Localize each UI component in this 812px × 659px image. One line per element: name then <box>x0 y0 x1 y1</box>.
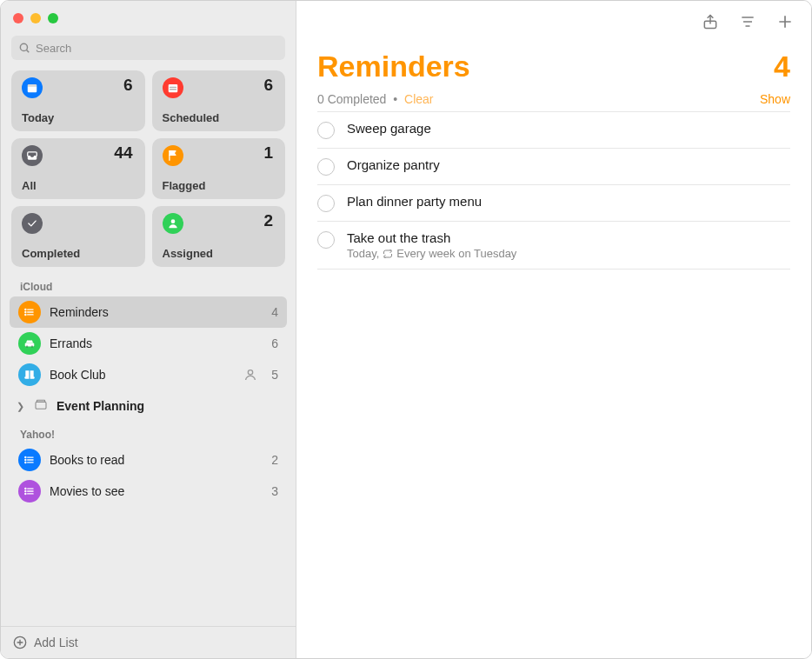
smart-list-label: Assigned <box>163 247 214 260</box>
add-list-button[interactable]: Add List <box>1 626 296 658</box>
reminder-title: Organize pantry <box>347 157 790 172</box>
reminder-title: Plan dinner party menu <box>347 194 790 209</box>
sidebar-sections: iCloud Reminders 4 Errands 6 Book Club 5… <box>1 274 296 507</box>
smart-list-count: 44 <box>114 143 132 163</box>
reminder-body: Take out the trash Today, Every week on … <box>347 230 790 260</box>
new-reminder-button[interactable] <box>776 13 794 30</box>
reminder-item[interactable]: Sweep garage <box>317 111 790 148</box>
smart-list-today[interactable]: 6 Today <box>11 70 145 131</box>
svg-rect-3 <box>28 84 37 87</box>
svg-point-24 <box>25 459 26 460</box>
reminder-title: Sweep garage <box>347 121 790 136</box>
sidebar-list-item[interactable]: Books to read 2 <box>10 444 287 476</box>
clear-button[interactable]: Clear <box>404 92 433 106</box>
svg-point-30 <box>25 490 26 491</box>
smart-list-assigned[interactable]: 2 Assigned <box>152 206 286 267</box>
repeat-icon <box>383 249 393 259</box>
list-item-count: 4 <box>774 50 790 83</box>
smart-list-label: Completed <box>22 247 80 260</box>
separator-dot: • <box>393 92 397 106</box>
sidebar-list-count: 2 <box>268 453 278 467</box>
sidebar-list-group: Reminders 4 Errands 6 Book Club 5 ❯ Even… <box>1 296 296 422</box>
smart-list-label: Scheduled <box>163 111 220 124</box>
search-input[interactable] <box>36 42 278 55</box>
book-icon <box>18 363 41 386</box>
list-options-icon <box>738 13 757 30</box>
svg-point-11 <box>25 310 26 310</box>
calendar-lines-icon <box>163 77 183 98</box>
sidebar-group-label: Event Planning <box>57 399 144 413</box>
tray-icon <box>22 145 43 166</box>
show-completed-button[interactable]: Show <box>760 92 790 106</box>
search-field[interactable] <box>11 36 285 60</box>
maximize-window-button[interactable] <box>48 13 58 23</box>
sidebar-list-label: Errands <box>50 336 259 350</box>
complete-toggle[interactable] <box>317 231 335 249</box>
window-controls <box>1 1 296 32</box>
add-list-label: Add List <box>34 636 78 649</box>
svg-point-13 <box>25 314 26 315</box>
minimize-window-button[interactable] <box>30 13 41 23</box>
sidebar-list-count: 5 <box>268 368 278 382</box>
complete-toggle[interactable] <box>317 158 335 176</box>
person-icon <box>163 213 183 234</box>
sidebar-list-item[interactable]: Book Club 5 <box>10 359 287 390</box>
sidebar-list-label: Book Club <box>50 368 235 382</box>
sidebar-list-group: Books to read 2 Movies to see 3 <box>1 444 296 507</box>
svg-rect-19 <box>37 400 44 402</box>
complete-toggle[interactable] <box>317 195 335 212</box>
sidebar-list-item[interactable]: Reminders 4 <box>10 296 287 328</box>
svg-point-31 <box>25 493 26 494</box>
share-button[interactable] <box>702 12 719 31</box>
flag-icon <box>163 145 183 166</box>
sidebar-list-label: Reminders <box>50 305 259 319</box>
car-icon <box>18 332 41 355</box>
svg-point-16 <box>31 345 33 347</box>
smart-list-scheduled[interactable]: 6 Scheduled <box>152 70 286 131</box>
shared-icon <box>243 368 257 382</box>
smart-list-label: All <box>22 179 37 192</box>
reminder-title: Take out the trash <box>347 230 790 245</box>
svg-line-1 <box>27 50 30 53</box>
reminder-item[interactable]: Take out the trash Today, Every week on … <box>317 221 790 270</box>
reminder-body: Organize pantry <box>347 157 790 172</box>
reminder-item[interactable]: Organize pantry <box>317 148 790 184</box>
status-row: 0 Completed • Clear Show <box>317 92 790 106</box>
complete-toggle[interactable] <box>317 122 335 139</box>
sidebar-list-item[interactable]: Movies to see 3 <box>10 476 287 507</box>
smart-list-label: Today <box>22 111 54 124</box>
sidebar-list-count: 3 <box>268 484 278 498</box>
smart-lists-grid: 6 Today 6 Scheduled 44 All 1 Flagged Com… <box>1 70 296 274</box>
smart-list-flagged[interactable]: 1 Flagged <box>152 138 286 199</box>
close-window-button[interactable] <box>13 13 23 23</box>
sidebar-list-item[interactable]: Errands 6 <box>10 328 287 359</box>
sidebar-list-label: Books to read <box>50 453 259 467</box>
smart-list-all[interactable]: 44 All <box>11 138 145 199</box>
sidebar-section-header: Yahoo! <box>1 422 296 444</box>
svg-point-15 <box>26 345 28 347</box>
view-options-button[interactable] <box>738 13 757 30</box>
sidebar-section-header: iCloud <box>1 274 296 296</box>
reminders-window: 6 Today 6 Scheduled 44 All 1 Flagged Com… <box>0 0 812 659</box>
svg-point-17 <box>248 370 252 375</box>
reminder-item[interactable]: Plan dinner party menu <box>317 184 790 221</box>
sidebar: 6 Today 6 Scheduled 44 All 1 Flagged Com… <box>1 1 296 658</box>
calendar-icon <box>22 77 43 98</box>
search-container <box>1 32 296 70</box>
smart-list-completed[interactable]: Completed <box>11 206 145 267</box>
reminder-body: Plan dinner party menu <box>347 194 790 209</box>
reminders-list: Sweep garage Organize pantry Plan dinner… <box>317 111 790 270</box>
sidebar-list-label: Movies to see <box>50 484 259 498</box>
sidebar-list-count: 6 <box>268 336 278 350</box>
list-title: Reminders <box>317 50 470 83</box>
svg-point-7 <box>170 219 175 223</box>
share-icon <box>702 12 719 31</box>
smart-list-label: Flagged <box>163 179 206 192</box>
plus-circle-icon <box>13 636 27 649</box>
svg-rect-4 <box>168 84 177 92</box>
check-icon <box>22 213 43 234</box>
sidebar-group-item[interactable]: ❯ Event Planning <box>10 390 287 422</box>
smart-list-count: 6 <box>263 76 273 95</box>
reminder-body: Sweep garage <box>347 121 790 136</box>
svg-point-23 <box>25 457 26 458</box>
